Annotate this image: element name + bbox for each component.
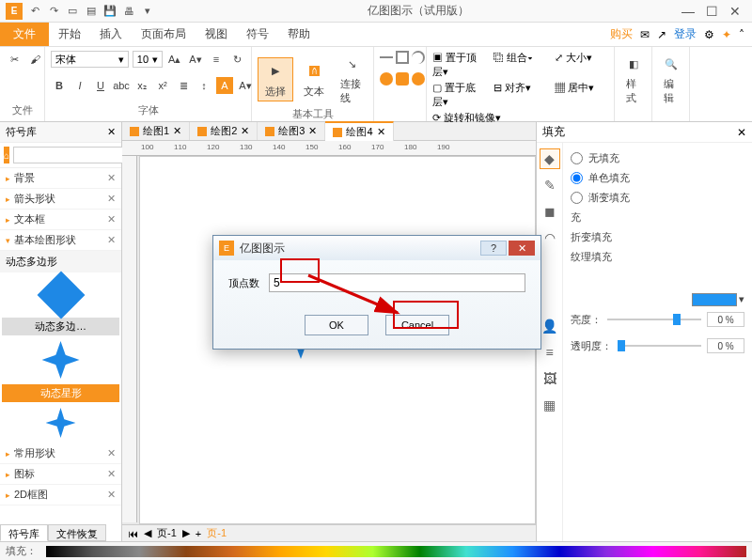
lib-item-background[interactable]: ▸背景✕: [0, 168, 121, 189]
highlight-icon[interactable]: A: [216, 77, 233, 94]
shape-circle-icon[interactable]: [412, 72, 425, 86]
fill-color-swatch[interactable]: [692, 293, 737, 306]
image-tool-icon[interactable]: 🖼: [540, 368, 560, 389]
brightness-slider[interactable]: [607, 319, 701, 320]
tab-shapes-lib[interactable]: 符号库: [0, 524, 48, 541]
align-icon[interactable]: ≡: [208, 51, 225, 68]
tab-insert[interactable]: 插入: [90, 23, 132, 46]
radio-no-fill[interactable]: [571, 152, 583, 164]
connector-tool[interactable]: ↘连接线: [335, 51, 368, 107]
text-tool[interactable]: 🅰文本: [297, 58, 331, 101]
settings-icon[interactable]: ⚙: [704, 28, 714, 41]
lib-item-arrows[interactable]: ▸箭头形状✕: [0, 189, 121, 210]
select-tool[interactable]: ▶选择: [258, 57, 293, 101]
page-first-icon[interactable]: ⏮: [128, 528, 138, 539]
strike-button[interactable]: abc: [113, 77, 130, 94]
format-painter-icon[interactable]: 🖌: [26, 51, 43, 68]
layer-tool-icon[interactable]: ▦: [540, 395, 560, 415]
font-size-select[interactable]: 10▾: [133, 51, 163, 68]
mail-icon[interactable]: ✉: [640, 28, 650, 41]
group-button[interactable]: ⿻ 组合▾: [494, 51, 547, 79]
shape-dynamic-star[interactable]: [0, 335, 121, 384]
tab-start[interactable]: 开始: [49, 23, 90, 46]
save-icon[interactable]: 💾: [103, 5, 117, 18]
grow-font-icon[interactable]: A▴: [166, 51, 183, 68]
opacity-slider[interactable]: [618, 345, 701, 347]
shape-arc-icon[interactable]: [412, 51, 425, 64]
login-link[interactable]: 登录: [674, 26, 697, 42]
send-back-button[interactable]: ▢ 置于底层▾: [432, 81, 486, 109]
app-menu-icon[interactable]: ✦: [722, 28, 731, 41]
font-name-select[interactable]: 宋体▾: [51, 51, 129, 68]
file-tab[interactable]: 文件: [0, 23, 49, 46]
doc-tab-2[interactable]: 绘图2✕: [190, 122, 258, 140]
user-tool-icon[interactable]: 👤: [540, 316, 560, 336]
sup-button[interactable]: x²: [154, 77, 171, 94]
buy-link[interactable]: 购买: [610, 26, 633, 42]
lib-item-common-shapes[interactable]: ▸常用形状✕: [0, 443, 121, 464]
lib-item-2d-frames[interactable]: ▸2D框图✕: [0, 485, 121, 506]
doc-tab-4[interactable]: 绘图4✕: [325, 121, 393, 141]
lib-close-icon[interactable]: ✕: [107, 172, 116, 184]
tab-help[interactable]: 帮助: [278, 23, 320, 46]
page-label-right[interactable]: 页-1: [207, 526, 227, 540]
shape-oval-icon[interactable]: [380, 72, 393, 86]
print-icon[interactable]: 🖶: [122, 5, 135, 18]
undo-icon[interactable]: ↶: [28, 5, 41, 18]
opacity-value[interactable]: 0 %: [707, 338, 744, 353]
brightness-value[interactable]: 0 %: [707, 312, 744, 327]
tab-symbol[interactable]: 符号: [237, 23, 278, 46]
fill-tool-icon[interactable]: ◆: [540, 148, 560, 169]
lib-close-icon[interactable]: ✕: [107, 193, 116, 205]
radio-solid-fill[interactable]: [571, 172, 583, 184]
panel-close-icon[interactable]: ✕: [737, 126, 746, 139]
cancel-button[interactable]: Cancel: [385, 315, 449, 335]
lib-item-textbox[interactable]: ▸文本框✕: [0, 210, 121, 230]
tab-file-recover[interactable]: 文件恢复: [48, 524, 106, 541]
ok-button[interactable]: OK: [305, 315, 368, 335]
maximize-icon[interactable]: ☐: [706, 4, 718, 19]
tab-view[interactable]: 视图: [196, 23, 237, 46]
bold-button[interactable]: B: [51, 77, 68, 94]
lib-item-basic-shapes[interactable]: ▾基本绘图形状✕: [0, 230, 121, 251]
spacing-icon[interactable]: ↕: [196, 77, 212, 94]
shape-line-icon[interactable]: [380, 56, 393, 70]
bullet-icon[interactable]: ≣: [175, 77, 192, 94]
bring-front-button[interactable]: ▣ 置于顶层▾: [432, 51, 486, 79]
dialog-help-icon[interactable]: ?: [480, 241, 507, 256]
dialog-close-icon[interactable]: ✕: [509, 241, 535, 256]
radio-gradient-fill[interactable]: [571, 192, 583, 204]
align-button[interactable]: ⊟ 对齐▾: [494, 81, 547, 109]
tab-pagelayout[interactable]: 页面布局: [132, 23, 196, 46]
roundness-tool-icon[interactable]: ◠: [540, 227, 560, 248]
open-icon[interactable]: ▤: [85, 5, 98, 18]
center-button[interactable]: ▦ 居中▾: [555, 81, 608, 109]
shape-ninja-star[interactable]: [0, 402, 121, 443]
qat-more-icon[interactable]: ▾: [141, 5, 154, 18]
line-tool-icon[interactable]: ✎: [540, 175, 560, 195]
minimize-icon[interactable]: —: [682, 4, 695, 19]
panel-close-icon[interactable]: ✕: [107, 126, 116, 138]
italic-button[interactable]: I: [71, 77, 88, 94]
doc-tab-1[interactable]: 绘图1✕: [122, 122, 190, 140]
page-next-icon[interactable]: ▶: [182, 527, 190, 539]
page-label-left[interactable]: 页-1: [157, 526, 177, 540]
edit-button[interactable]: 🔍编辑: [658, 51, 683, 107]
shape-roundrect-icon[interactable]: [396, 72, 409, 86]
lib-close-icon[interactable]: ✕: [107, 213, 116, 226]
close-icon[interactable]: ✕: [729, 4, 741, 19]
shape-dynamic-polygon[interactable]: [0, 272, 121, 318]
shrink-font-icon[interactable]: A▾: [187, 51, 204, 68]
lib-close-icon[interactable]: ✕: [107, 234, 116, 246]
doc-tab-3[interactable]: 绘图3✕: [258, 122, 325, 140]
ribbon-collapse-icon[interactable]: ˄: [739, 28, 744, 41]
paste-icon[interactable]: ✂: [6, 51, 23, 68]
shape-rect-icon[interactable]: [396, 51, 409, 64]
color-picker-strip[interactable]: [46, 546, 746, 557]
home-icon[interactable]: ⌂: [4, 147, 9, 163]
vertex-input[interactable]: [269, 273, 525, 292]
new-icon[interactable]: ▭: [66, 5, 79, 18]
sub-button[interactable]: x₂: [133, 77, 150, 94]
underline-button[interactable]: U: [92, 77, 109, 94]
lib-item-icons[interactable]: ▸图标✕: [0, 464, 121, 485]
